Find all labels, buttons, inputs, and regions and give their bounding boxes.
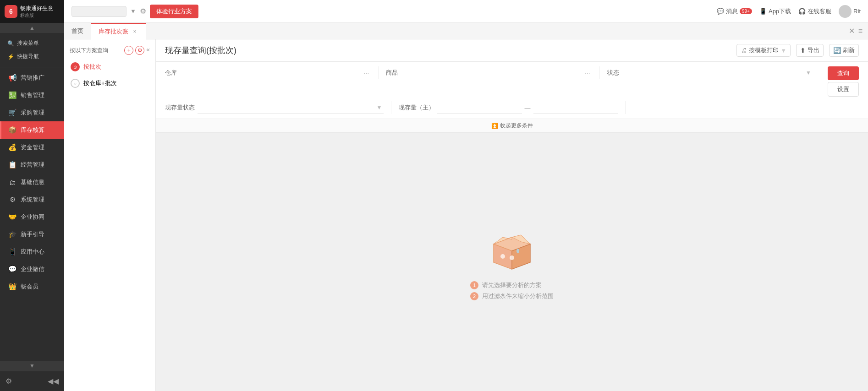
phone-icon: 📱 — [759, 8, 767, 15]
sidebar-item-label: 销售管理 — [21, 91, 44, 99]
sidebar-item-member[interactable]: 👑 畅会员 — [0, 278, 64, 295]
plan-label-batch: 按批次 — [83, 63, 101, 71]
tip-num-2: 2 — [470, 292, 478, 300]
tab-bar-right: ✕ ≡ — [843, 27, 868, 35]
app-title: 畅康通好生意 标准版 — [20, 5, 53, 19]
print-label: 按模板打印 — [749, 46, 779, 54]
tab-home[interactable]: 首页 — [64, 23, 91, 39]
collapse-sidebar-icon[interactable]: ◀◀ — [46, 375, 60, 387]
sidebar-item-operations[interactable]: 📋 经营管理 — [0, 156, 64, 174]
tip-item-1: 1 请先选择要分析的方案 — [470, 281, 554, 289]
sidebar-item-label: 应用中心 — [21, 248, 44, 256]
sidebar-item-label: 库存核算 — [21, 126, 44, 134]
print-btn[interactable]: 🖨 按模板打印 ▼ — [736, 44, 791, 57]
messages-badge: 99+ — [740, 8, 752, 14]
topbar-left: ▼ ⚙ 体验行业方案 — [71, 5, 712, 18]
settings-footer-icon[interactable]: ⚙ — [4, 375, 14, 387]
sidebar-item-apps[interactable]: 📱 应用中心 — [0, 243, 64, 261]
sidebar-item-label: 系统管理 — [21, 196, 44, 204]
plan-item-batch[interactable]: ⊙ 按批次 — [64, 59, 155, 75]
basic-icon: 🗂 — [8, 179, 17, 186]
sidebar-item-label: 企业协同 — [21, 213, 44, 221]
sidebar-item-wechat[interactable]: 💬 企业微信 — [0, 261, 64, 278]
query-button[interactable]: 查询 — [828, 66, 859, 80]
export-btn[interactable]: ⬆ 导出 — [796, 44, 824, 57]
search-icon: 🔍 — [7, 40, 14, 47]
filter-section: 仓库 ··· 商品 ··· 状态 — [156, 62, 868, 119]
purchase-icon: 🛒 — [8, 109, 17, 117]
svg-point-5 — [500, 254, 505, 259]
tab-spacer — [146, 23, 843, 39]
sidebar-scroll-down[interactable]: ▼ — [0, 361, 64, 371]
svg-point-6 — [510, 255, 514, 260]
plan-item-warehouse-batch[interactable]: ○ 按仓库+批次 — [64, 75, 155, 92]
plan-icon-warehouse-batch: ○ — [71, 79, 80, 88]
tab-bar: 首页 库存批次账 × ✕ ≡ — [64, 23, 868, 39]
app-download-action[interactable]: 📱 App下载 — [759, 7, 791, 16]
breadcrumb-input[interactable] — [71, 6, 126, 17]
right-content: 现存量查询(按批次) 🖨 按模板打印 ▼ ⬆ 导出 🔄 刷新 — [156, 39, 868, 391]
sidebar-item-enterprise[interactable]: 🤝 企业协同 — [0, 208, 64, 226]
sidebar-item-basic[interactable]: 🗂 基础信息 — [0, 174, 64, 191]
dropdown-arrow-icon[interactable]: ▼ — [130, 8, 136, 15]
status-chevron-icon: ▼ — [806, 70, 811, 76]
online-service-label: 在线客服 — [808, 7, 831, 16]
tab-inventory-batch-label: 库存批次账 — [99, 27, 128, 36]
shortcut-nav-item[interactable]: ⚡ 快捷导航 — [4, 50, 60, 63]
plan-label-warehouse-batch: 按仓库+批次 — [83, 79, 117, 87]
member-icon: 👑 — [8, 282, 17, 291]
tab-home-label: 首页 — [71, 27, 83, 35]
tab-inventory-batch[interactable]: 库存批次账 × — [91, 23, 146, 39]
apps-icon: 📱 — [8, 248, 17, 256]
refresh-btn[interactable]: 🔄 刷新 — [829, 44, 859, 57]
close-all-icon[interactable]: ✕ — [849, 27, 855, 35]
print-dropdown-icon[interactable]: ▼ — [780, 47, 786, 54]
print-icon: 🖨 — [741, 47, 747, 54]
collapse-more-bar[interactable]: ⏫ 收起更多条件 — [156, 119, 868, 133]
tab-close-icon[interactable]: × — [131, 28, 138, 35]
inventory-range-dash: — — [525, 104, 531, 111]
sidebar-item-marketing[interactable]: 📢 营销推广 — [0, 69, 64, 87]
settings-icon[interactable]: ⚙ — [140, 7, 146, 16]
sidebar-item-inventory[interactable]: 📦 库存核算 — [0, 121, 64, 139]
sidebar-item-system[interactable]: ⚙ 系统管理 — [0, 191, 64, 208]
sidebar-item-label: 采购管理 — [21, 109, 44, 117]
inventory-main-min[interactable] — [437, 101, 522, 114]
svg-point-7 — [516, 249, 519, 253]
shortcut-icon: ⚡ — [7, 54, 14, 60]
system-icon: ⚙ — [8, 196, 17, 204]
sidebar-scroll-up[interactable]: ▲ — [0, 23, 64, 33]
empty-tips: 1 请先选择要分析的方案 2 用过滤条件来缩小分析范围 — [470, 281, 554, 300]
sidebar-item-guide[interactable]: 🎓 新手引导 — [0, 226, 64, 243]
inventory-main-label: 现存量（主） — [399, 103, 434, 112]
sidebar-search-section: 🔍 搜索菜单 ⚡ 快捷导航 — [0, 33, 64, 67]
app-version: 标准版 — [20, 12, 53, 19]
goods-dots-icon[interactable]: ··· — [585, 69, 590, 76]
inventory-main-max[interactable] — [533, 101, 618, 114]
inventory-status-select[interactable]: ▼ — [198, 101, 384, 114]
online-service-action[interactable]: 🎧 在线客服 — [798, 7, 831, 16]
messages-action[interactable]: 💬 消息 99+ — [717, 7, 752, 16]
tip-num-1: 1 — [470, 281, 478, 289]
page-header-actions: 🖨 按模板打印 ▼ ⬆ 导出 🔄 刷新 — [736, 44, 859, 57]
add-plan-btn[interactable]: + — [124, 46, 133, 55]
tip-text-2: 用过滤条件来缩小分析范围 — [482, 292, 554, 300]
sidebar-item-sales[interactable]: 💹 销售管理 — [0, 87, 64, 104]
goods-input[interactable]: ··· — [401, 66, 592, 79]
search-menu-item[interactable]: 🔍 搜索菜单 — [4, 37, 60, 50]
collapse-panel-btn[interactable]: « — [146, 46, 150, 55]
inventory-status-chevron-icon: ▼ — [376, 104, 382, 111]
sidebar-item-finance[interactable]: 💰 资金管理 — [0, 139, 64, 156]
sidebar-item-purchase[interactable]: 🛒 采购管理 — [0, 104, 64, 121]
user-profile-action[interactable]: Rit — [839, 5, 861, 18]
warehouse-dots-icon[interactable]: ··· — [364, 69, 369, 76]
left-panel-header: 按以下方案查询 + ⚙ « — [64, 44, 155, 59]
setting-button[interactable]: 设置 — [828, 82, 859, 97]
config-plan-btn[interactable]: ⚙ — [135, 46, 144, 55]
sidebar-item-label: 基础信息 — [21, 178, 44, 186]
status-select[interactable]: ▼ — [622, 66, 813, 79]
warehouse-input[interactable]: ··· — [180, 66, 371, 79]
topbar-right: 💬 消息 99+ 📱 App下载 🎧 在线客服 Rit — [717, 5, 861, 18]
experience-btn[interactable]: 体验行业方案 — [150, 5, 198, 18]
tab-menu-icon[interactable]: ≡ — [858, 27, 863, 35]
